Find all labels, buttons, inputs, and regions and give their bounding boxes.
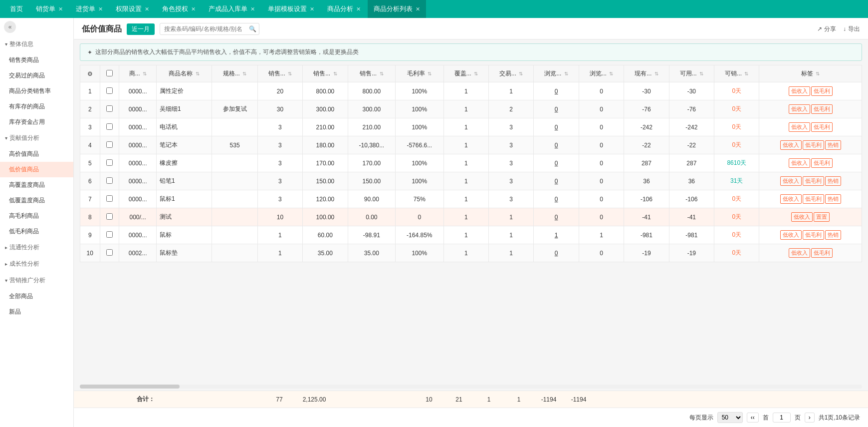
col-spec[interactable]: 规格... ⇅	[212, 65, 257, 82]
group-marketing-label: 营销推广分析	[9, 276, 45, 285]
row-checkbox[interactable]	[106, 195, 113, 202]
col-cover[interactable]: 覆盖... ⇅	[443, 65, 488, 82]
col-browse2[interactable]: 浏览... ⇅	[579, 65, 624, 82]
col-tags[interactable]: 标签 ⇅	[759, 65, 862, 82]
nav-templates[interactable]: 单据模板设置 ✕	[262, 0, 320, 18]
col-settings[interactable]: ⚙	[80, 65, 100, 82]
sidebar-high-coverage[interactable]: 高覆盖度商品	[0, 177, 73, 193]
close-templates[interactable]: ✕	[310, 6, 314, 12]
sidebar-low-margin[interactable]: 低毛利商品	[0, 224, 73, 239]
sidebar-high-margin[interactable]: 高毛利商品	[0, 208, 73, 224]
sidebar-low-coverage[interactable]: 低覆盖度商品	[0, 193, 73, 208]
sidebar-stock-goods[interactable]: 有库存的商品	[0, 99, 73, 114]
share-btn[interactable]: ↗ 分享	[817, 25, 836, 33]
col-stock2[interactable]: 可用... ⇅	[669, 65, 714, 82]
cell-browse1[interactable]: 0	[534, 244, 579, 262]
cell-browse1[interactable]: 0	[534, 118, 579, 136]
select-all-checkbox[interactable]	[106, 70, 113, 76]
row-checkbox[interactable]	[106, 249, 113, 256]
cell-browse2: 0	[579, 82, 624, 100]
cell-checkbox[interactable]	[100, 172, 119, 190]
cell-checkbox[interactable]	[100, 208, 119, 226]
next-page-btn[interactable]: ›	[805, 413, 815, 423]
row-checkbox[interactable]	[106, 87, 113, 94]
col-code[interactable]: 商... ⇅	[119, 65, 156, 82]
col-name[interactable]: 商品名称 ⇅	[156, 65, 212, 82]
close-analysis-list[interactable]: ✕	[416, 6, 420, 12]
sidebar-group-contrib[interactable]: ▾ 贡献值分析	[0, 130, 73, 146]
scrollbar-thumb[interactable]	[80, 385, 180, 389]
nav-home[interactable]: 首页	[4, 0, 29, 18]
nav-roles[interactable]: 角色授权 ✕	[156, 0, 202, 18]
sidebar-stock-fund[interactable]: 库存资金占用	[0, 114, 73, 130]
cell-browse1[interactable]: 0	[534, 154, 579, 172]
export-btn[interactable]: ↓ 导出	[843, 25, 860, 33]
table-row: 5 0000... 橡皮擦 3 170.00 170.00 100% 1 3 0…	[80, 154, 862, 172]
nav-sales[interactable]: 销货单 ✕	[30, 0, 69, 18]
close-permissions[interactable]: ✕	[145, 6, 149, 12]
search-icon[interactable]: 🔍	[249, 25, 256, 32]
close-products[interactable]: ✕	[250, 6, 255, 12]
per-page-select[interactable]: 50 100 200	[717, 412, 743, 423]
sidebar-low-value[interactable]: 低价值商品	[0, 162, 73, 177]
cell-browse1[interactable]: 0	[534, 172, 579, 190]
close-sales[interactable]: ✕	[58, 6, 63, 12]
row-checkbox[interactable]	[106, 177, 113, 184]
col-gross[interactable]: 毛利率 ⇅	[396, 65, 443, 82]
cell-browse1[interactable]: 0	[534, 82, 579, 100]
cell-browse1[interactable]: 0	[534, 136, 579, 154]
cell-browse1[interactable]: 0	[534, 190, 579, 208]
cell-checkbox[interactable]	[100, 154, 119, 172]
col-s2[interactable]: 销售... ⇅	[303, 65, 348, 82]
cell-checkbox[interactable]	[100, 118, 119, 136]
col-s1[interactable]: 销售... ⇅	[257, 65, 302, 82]
cell-checkbox[interactable]	[100, 190, 119, 208]
cell-browse1[interactable]: 1	[534, 226, 579, 244]
row-checkbox[interactable]	[106, 123, 113, 130]
cell-checkbox[interactable]	[100, 82, 119, 100]
nav-analysis[interactable]: 商品分析 ✕	[321, 0, 367, 18]
sidebar-group-growth[interactable]: ▸ 成长性分析	[0, 256, 73, 272]
cell-checkbox[interactable]	[100, 100, 119, 118]
col-stock3[interactable]: 可销... ⇅	[714, 65, 759, 82]
sidebar-new-goods[interactable]: 新品	[0, 304, 73, 320]
col-stock1[interactable]: 现有... ⇅	[624, 65, 669, 82]
cell-checkbox[interactable]	[100, 244, 119, 262]
nav-permissions[interactable]: 权限设置 ✕	[110, 0, 155, 18]
sidebar-category-rate[interactable]: 商品分类销售率	[0, 83, 73, 99]
per-page-label: 每页显示	[689, 414, 713, 422]
first-page-btn[interactable]: ‹‹	[747, 413, 759, 423]
col-trade[interactable]: 交易... ⇅	[488, 65, 533, 82]
sidebar-group-flow[interactable]: ▸ 流通性分析	[0, 239, 73, 256]
close-roles[interactable]: ✕	[191, 6, 196, 12]
nav-purchase[interactable]: 进货单 ✕	[70, 0, 109, 18]
row-checkbox[interactable]	[106, 213, 113, 220]
sidebar-sales-goods[interactable]: 销售类商品	[0, 52, 73, 68]
page-number-input[interactable]	[773, 413, 791, 423]
sidebar-all-goods[interactable]: 全部商品	[0, 289, 73, 304]
nav-analysis-list[interactable]: 商品分析列表 ✕	[368, 0, 426, 18]
search-input[interactable]	[160, 23, 259, 35]
sidebar-traded-goods[interactable]: 交易过的商品	[0, 68, 73, 83]
cell-checkbox[interactable]	[100, 136, 119, 154]
cell-checkbox[interactable]	[100, 226, 119, 244]
sidebar-group-marketing[interactable]: ▾ 营销推广分析	[0, 272, 73, 289]
row-checkbox[interactable]	[106, 105, 113, 112]
col-browse1[interactable]: 浏览... ⇅	[534, 65, 579, 82]
sidebar-high-value[interactable]: 高价值商品	[0, 146, 73, 162]
row-checkbox[interactable]	[106, 159, 113, 166]
horizontal-scrollbar[interactable]	[80, 385, 862, 389]
close-analysis[interactable]: ✕	[356, 6, 361, 12]
filter-btn[interactable]: 近一月	[127, 23, 155, 35]
sidebar-group-overall[interactable]: ▾ 整体信息	[0, 36, 73, 52]
close-purchase[interactable]: ✕	[98, 6, 103, 12]
cell-browse1[interactable]: 0	[534, 208, 579, 226]
col-s3[interactable]: 销售... ⇅	[348, 65, 395, 82]
sidebar-collapse-btn[interactable]: «	[4, 21, 16, 33]
row-checkbox[interactable]	[106, 141, 113, 148]
cell-browse1[interactable]: 0	[534, 100, 579, 118]
col-checkbox[interactable]	[100, 65, 119, 82]
nav-products[interactable]: 产成品入库单 ✕	[203, 0, 261, 18]
row-checkbox[interactable]	[106, 231, 113, 238]
cell-name: 笔记本	[156, 136, 212, 154]
